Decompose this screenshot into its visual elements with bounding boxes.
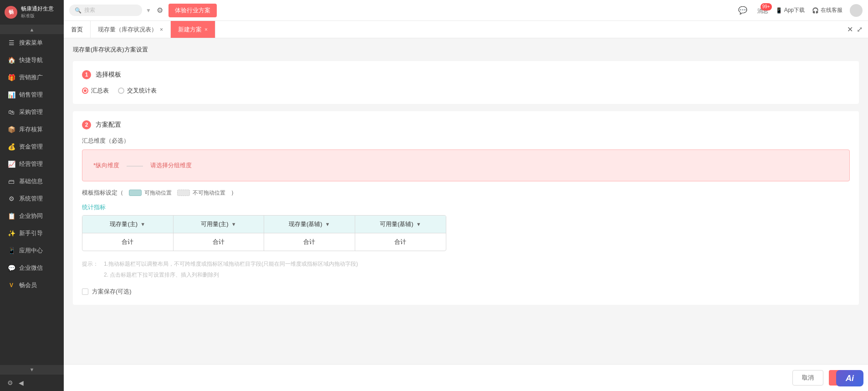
sidebar-item-label: 畅会员 [19, 281, 37, 289]
radio-summary-label: 汇总表 [91, 87, 109, 95]
tab-new-plan[interactable]: 新建方案 × [171, 21, 215, 38]
main-area: 🔍 搜索 ▼ ⚙ 体验行业方案 💬 99+ 消息 📱 App下载 🎧 在线客服 [64, 0, 868, 391]
sidebar-item-marketing[interactable]: 🎁 营销推广 [0, 69, 64, 86]
headset-icon: 🎧 [812, 7, 819, 14]
dimension-placeholder: 请选择分组维度 [150, 161, 192, 170]
sales-icon: 📊 [7, 91, 15, 99]
col-header-3[interactable]: 现存量(基辅) ▼ [264, 216, 355, 233]
sidebar-item-sales[interactable]: 📊 销售管理 [0, 86, 64, 103]
sidebar-item-base-info[interactable]: 🗃 基础信息 [0, 173, 64, 190]
section2-num: 2 [82, 120, 91, 129]
cell-4: 合计 [355, 233, 446, 251]
section1-num: 1 [82, 70, 91, 79]
cell-3: 合计 [264, 233, 355, 251]
stats-section: 统计指标 现存量(主) ▼ 可用量(主) ▼ [82, 203, 850, 251]
user-avatar[interactable] [850, 4, 863, 17]
dimension-area[interactable]: *纵向维度 —— 请选择分组维度 [82, 149, 850, 181]
stats-table-header: 现存量(主) ▼ 可用量(主) ▼ 现存量(基辅) ▼ [82, 216, 446, 233]
sidebar-brand: 畅 畅康通好生意 标准版 [0, 0, 64, 25]
topbar-search[interactable]: 🔍 搜索 [69, 5, 142, 16]
tab-inventory-status[interactable]: 现存量（库存状况表） × [91, 21, 171, 38]
col3-label: 现存量(基辅) [289, 220, 322, 228]
radio-summary[interactable]: 汇总表 [82, 87, 109, 95]
tab-home-label: 首页 [71, 26, 83, 34]
app-download-btn[interactable]: 📱 App下载 [776, 6, 805, 14]
tab-actions: ✕ ⤢ [847, 25, 868, 34]
save-option-area: 方案保存(可选) [82, 288, 850, 296]
tip-2: 2. 点击标题栏下拉可设置排序、插入列和删除列 [82, 269, 850, 280]
tab-new-plan-label: 新建方案 [178, 26, 202, 34]
sidebar-item-finance[interactable]: 💰 资金管理 [0, 138, 64, 155]
tab-home[interactable]: 首页 [64, 21, 91, 38]
finance-icon: 💰 [7, 143, 15, 151]
sidebar-item-label: 基础信息 [19, 177, 43, 185]
template-config-header: 模板指标设定（ 可拖动位置 不可拖动位置 ） [82, 189, 850, 197]
sidebar-item-purchase[interactable]: 🛍 采购管理 [0, 103, 64, 121]
settings-footer-btn[interactable]: ⚙ [7, 379, 13, 386]
cell-1: 合计 [82, 233, 174, 251]
sidebar-item-enterprise[interactable]: 📋 企业协同 [0, 207, 64, 225]
quick-nav-icon: 🏠 [7, 56, 15, 64]
tab-new-plan-close[interactable]: × [204, 26, 208, 33]
cell-2: 合计 [174, 233, 265, 251]
sidebar-item-label: 经营管理 [19, 160, 43, 168]
chevron-down-icon: ▼ [325, 221, 330, 227]
page-title: 现存量(库存状况表)方案设置 [73, 46, 859, 54]
sidebar-item-member[interactable]: V 畅会员 [0, 277, 64, 294]
topbar-right: 💬 99+ 消息 📱 App下载 🎧 在线客服 [738, 4, 863, 17]
topbar-settings-btn[interactable]: ⚙ [155, 6, 165, 15]
sidebar-item-quick-nav[interactable]: 🏠 快捷导航 [0, 51, 64, 69]
message-btn[interactable]: 💬 99+ 消息 [738, 6, 768, 15]
col-header-4[interactable]: 可用量(基辅) ▼ [355, 216, 446, 233]
chevron-down-icon: ▼ [140, 221, 145, 227]
tab-close-btn[interactable]: ✕ [847, 25, 853, 34]
tips-area: 提示： 1.拖动标题栏可以调整布局，不可跨维度或指标区域拖动栏目字段(只能在同一… [82, 258, 850, 280]
app-center-icon: 📱 [7, 247, 15, 255]
sidebar-item-inventory[interactable]: 📦 库存核算 [0, 121, 64, 138]
col1-label: 现存量(主) [110, 220, 138, 228]
sidebar-item-system[interactable]: ⚙ 系统管理 [0, 190, 64, 207]
stats-table: 现存量(主) ▼ 可用量(主) ▼ 现存量(基辅) ▼ [82, 215, 446, 251]
topbar-dropdown[interactable]: ▼ [146, 7, 151, 14]
sidebar-item-guide[interactable]: ✨ 新手引导 [0, 225, 64, 242]
sidebar-item-app-center[interactable]: 📱 应用中心 [0, 242, 64, 259]
sidebar-item-label: 快捷导航 [19, 56, 43, 64]
system-icon: ⚙ [7, 195, 15, 203]
template-config-close: ） [231, 189, 237, 197]
sidebar-item-search-menu[interactable]: ☰ 搜索菜单 [0, 34, 64, 51]
sidebar-item-label: 销售管理 [19, 91, 43, 99]
legend-non-draggable-label: 不可拖动位置 [193, 189, 225, 197]
col-header-1[interactable]: 现存量(主) ▼ [82, 216, 174, 233]
cancel-button[interactable]: 取消 [792, 370, 823, 386]
sidebar-item-wechat[interactable]: 💬 企业微信 [0, 259, 64, 277]
col4-label: 可用量(基辅) [380, 220, 414, 228]
trial-button[interactable]: 体验行业方案 [168, 4, 217, 17]
section1-title: 选择模板 [96, 71, 121, 79]
stats-table-row: 合计 合计 合计 合计 [82, 233, 446, 251]
content-area: 现存量(库存状况表)方案设置 1 选择模板 汇总表 交叉统计表 [64, 38, 868, 364]
operations-icon: 📈 [7, 160, 15, 168]
template-config-label: 模板指标设定（ [82, 189, 123, 197]
col-header-2[interactable]: 可用量(主) ▼ [174, 216, 265, 233]
message-icon: 💬 [738, 6, 747, 14]
sidebar-nav: ☰ 搜索菜单 🏠 快捷导航 🎁 营销推广 📊 销售管理 🛍 采购管理 📦 库存核… [0, 34, 64, 365]
sidebar-scroll-down[interactable]: ▼ [0, 365, 64, 374]
dimension-required: *纵向维度 [93, 161, 119, 170]
sidebar-item-label: 库存核算 [19, 125, 43, 134]
sidebar-item-operations[interactable]: 📈 经营管理 [0, 155, 64, 173]
tab-inventory-label: 现存量（库存状况表） [98, 26, 157, 34]
sidebar-scroll-up[interactable]: ▲ [0, 25, 64, 34]
sidebar: 畅 畅康通好生意 标准版 ▲ ☰ 搜索菜单 🏠 快捷导航 🎁 营销推广 📊 销售… [0, 0, 64, 391]
tab-expand-btn[interactable]: ⤢ [857, 25, 863, 34]
collapse-footer-btn[interactable]: ◀ [19, 379, 24, 386]
online-service-btn[interactable]: 🎧 在线客服 [812, 6, 842, 14]
tab-inventory-close[interactable]: × [160, 26, 163, 33]
brand-version: 标准版 [21, 13, 54, 19]
ai-badge[interactable]: Ai [836, 370, 863, 386]
radio-cross-label: 交叉统计表 [127, 87, 157, 95]
radio-circle-summary [82, 87, 88, 94]
template-config: 模板指标设定（ 可拖动位置 不可拖动位置 ） 统计指标 [82, 189, 850, 280]
radio-cross[interactable]: 交叉统计表 [118, 87, 157, 95]
save-label: 方案保存(可选) [92, 288, 132, 296]
save-checkbox[interactable] [82, 288, 88, 295]
